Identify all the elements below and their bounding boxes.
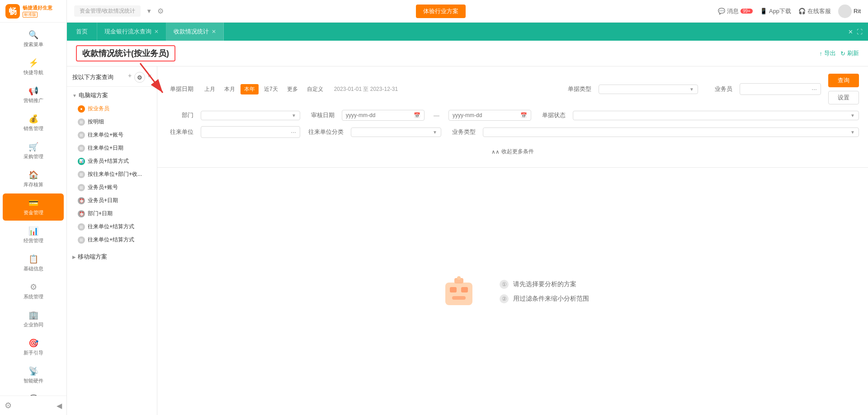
tab-collection-stats[interactable]: 收款情况统计 ✕ — [166, 23, 224, 41]
online-service-action[interactable]: 🎧 在线客服 — [798, 7, 831, 15]
salesman-select[interactable]: ··· — [740, 83, 821, 95]
scheme-item-salesman-settlement[interactable]: 📊 业务员+结算方式 — [67, 155, 157, 168]
date-tab-thisyear[interactable]: 本年 — [241, 84, 259, 94]
logo-text: 畅捷通好生意 标准版 — [23, 5, 52, 18]
empty-steps: ① 请先选择要分析的方案 ② 用过滤条件来缩小分析范围 — [500, 280, 589, 303]
sidebar-item-basicinfo[interactable]: 📋 基础信息 — [3, 250, 64, 277]
right-panel: 单据日期 上月 本月 本年 近7天 更多 自定义 — [157, 66, 868, 415]
business-type-select[interactable]: ▼ — [483, 127, 859, 137]
date-filter-label: 单据日期 — [166, 85, 193, 93]
review-date-end[interactable]: 📅 — [448, 110, 531, 121]
scheme-item-partner-date[interactable]: ⊞ 往来单位+日期 — [67, 141, 157, 155]
svg-point-5 — [457, 276, 461, 280]
partner-more-icon[interactable]: ··· — [291, 128, 296, 136]
tab-bank-flow[interactable]: 现金银行流水查询 ✕ — [97, 23, 166, 41]
scheme-item-salesman-date[interactable]: ⏰ 业务员+日期 — [67, 194, 157, 207]
tab-home[interactable]: 首页 — [67, 23, 97, 41]
user-name: Rit — [854, 8, 861, 14]
date-tab-last7days[interactable]: 近7天 — [260, 84, 282, 94]
sidebar-item-purchase[interactable]: 🛒 采购管理 — [3, 137, 64, 165]
filter-area: 单据日期 上月 本月 本年 近7天 更多 自定义 — [157, 66, 868, 168]
collapse-panel-icon[interactable]: « — [148, 72, 151, 83]
scheme-item-partner-settlement2[interactable]: ⊞ 往来单位+结算方式 — [67, 233, 157, 246]
date-tab-thismonth[interactable]: 本月 — [221, 84, 239, 94]
sidebar-item-finance[interactable]: 💳 资金管理 — [3, 193, 64, 221]
doc-type-chevron-icon: ▼ — [689, 87, 694, 92]
review-date-end-input[interactable] — [453, 112, 520, 118]
tab-close-active-icon[interactable]: ✕ — [212, 28, 216, 35]
sidebar-item-operations[interactable]: 📊 经营管理 — [3, 222, 64, 249]
sidebar-item-search[interactable]: 🔍 搜索菜单 — [3, 25, 64, 52]
tab-close-icon[interactable]: ✕ — [154, 28, 159, 35]
calendar-start-icon[interactable]: 📅 — [414, 112, 420, 118]
tab-bar: 首页 现金银行流水查询 ✕ 收款情况统计 ✕ ✕ ⛶ — [67, 23, 868, 41]
settings-button[interactable]: 设置 — [828, 91, 859, 104]
partner-category-label: 往来单位分类 — [307, 128, 344, 136]
collapse-button[interactable]: ∧∧ 收起更多条件 — [166, 143, 859, 160]
date-tab-lastmonth[interactable]: 上月 — [201, 84, 219, 94]
sidebar-item-marketing[interactable]: 📢 营销推广 — [3, 81, 64, 108]
message-action[interactable]: 💬 消息 99+ — [718, 7, 753, 15]
sidebar-item-quicknav[interactable]: ⚡ 快捷导航 — [3, 53, 64, 80]
doc-type-select[interactable]: ▼ — [599, 85, 698, 94]
scheme-item-icon-ps1: ⊞ — [78, 223, 85, 231]
scheme-item-salesman-account[interactable]: ⊞ 业务员+账号 — [67, 181, 157, 194]
filter-row-3: 往来单位 ··· 往来单位分类 ▼ — [166, 126, 859, 138]
sidebar-item-wechat[interactable]: 💬 企业微信 — [3, 390, 64, 396]
partner-select[interactable]: ··· — [201, 126, 300, 138]
mobile-scheme-group-header[interactable]: ▶ 移动端方案 — [67, 250, 157, 264]
basicinfo-icon: 📋 — [28, 254, 38, 264]
quicknav-icon: ⚡ — [28, 58, 38, 68]
header-right: 💬 消息 99+ 📱 App下载 🎧 在线客服 Rit — [718, 5, 861, 18]
sidebar-item-inventory[interactable]: 🏠 库存核算 — [3, 165, 64, 193]
online-service-icon: 🎧 — [798, 8, 806, 14]
doc-status-select[interactable]: ▼ — [573, 111, 859, 120]
header-settings-icon[interactable]: ⚙ — [157, 7, 164, 15]
date-tab-custom[interactable]: 自定义 — [303, 84, 327, 94]
scheme-item-partner-account[interactable]: ⊞ 往来单位+账号 — [67, 128, 157, 141]
user-avatar — [838, 5, 852, 18]
scheme-item-label-detail: 按明细 — [88, 118, 104, 126]
dept-select[interactable]: ▼ — [201, 111, 300, 120]
user-profile[interactable]: Rit — [838, 5, 861, 18]
step-2-number: ② — [500, 294, 509, 303]
partner-category-select[interactable]: ▼ — [351, 127, 441, 137]
dept-label: 部门 — [166, 111, 193, 119]
partner-category-chevron-icon: ▼ — [433, 130, 437, 135]
pc-scheme-group-header[interactable]: ▼ 电脑端方案 — [67, 89, 157, 102]
scheme-settings-icon[interactable]: ⚙ — [134, 72, 145, 83]
add-scheme-icon[interactable]: + — [128, 72, 132, 83]
sidebar-collapse-icon[interactable]: ◀ — [57, 401, 62, 410]
trial-button[interactable]: 体验行业方案 — [416, 5, 466, 18]
date-tab-more[interactable]: 更多 — [283, 84, 302, 94]
scheme-item-by-salesman[interactable]: ● 按业务员 — [67, 102, 157, 115]
export-icon: ↑ — [820, 50, 823, 57]
refresh-button[interactable]: ↻ 刷新 — [840, 49, 859, 57]
scheme-item-partner-settlement1[interactable]: ⊞ 往来单位+结算方式 — [67, 220, 157, 233]
review-date-start-input[interactable] — [346, 112, 414, 118]
step-1-number: ① — [500, 280, 509, 289]
scheme-item-by-detail[interactable]: ⊞ 按明细 — [67, 115, 157, 128]
sidebar-item-enterprise[interactable]: 🏢 企业协同 — [3, 306, 64, 333]
scheme-item-label-pd: 往来单位+日期 — [88, 144, 123, 152]
app-download-action[interactable]: 📱 App下载 — [760, 7, 791, 15]
query-button[interactable]: 查询 — [828, 74, 859, 87]
tab-close-all-icon[interactable]: ✕ — [848, 28, 853, 35]
logo-icon: 畅 — [5, 4, 20, 19]
scheme-item-dept-date[interactable]: ⏰ 部门+日期 — [67, 207, 157, 220]
hardware-icon: 📡 — [28, 366, 38, 376]
review-date-start[interactable]: 📅 — [342, 110, 425, 121]
salesman-more-icon[interactable]: ··· — [811, 85, 817, 93]
calendar-end-icon[interactable]: 📅 — [520, 112, 527, 118]
tab-maximize-icon[interactable]: ⛶ — [857, 28, 863, 35]
svg-rect-1 — [450, 287, 457, 292]
export-button[interactable]: ↑ 导出 — [820, 49, 836, 57]
message-badge: 99+ — [741, 9, 753, 14]
scheme-item-partner-dept[interactable]: ⊞ 按往来单位+部门+收... — [67, 168, 157, 181]
sidebar-item-guide[interactable]: 🎯 新手引导 — [3, 334, 64, 361]
sidebar-item-system[interactable]: ⚙ 系统管理 — [3, 278, 64, 305]
scheme-item-label-dd: 部门+日期 — [88, 210, 113, 217]
sidebar-item-hardware[interactable]: 📡 智能硬件 — [3, 362, 64, 389]
sidebar-settings-icon[interactable]: ⚙ — [5, 401, 12, 410]
sidebar-item-sales[interactable]: 💰 销售管理 — [3, 109, 64, 137]
